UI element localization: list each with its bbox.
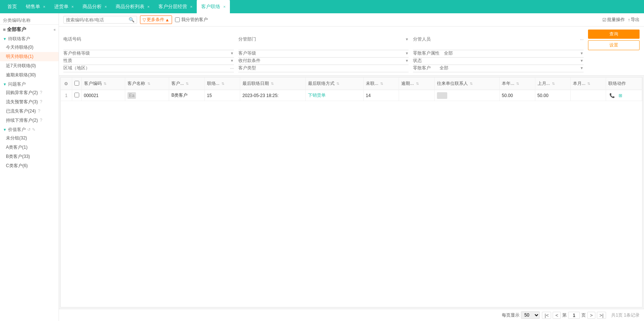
sort-icon[interactable]: ⇅: [336, 82, 339, 86]
triangle-icon: ▼: [3, 128, 7, 132]
sort-icon[interactable]: ⇅: [104, 82, 106, 86]
sort-icon[interactable]: ⇅: [221, 82, 224, 86]
row-type: B类客户: [169, 90, 204, 101]
filter-status: 状态 ▼: [413, 58, 584, 65]
close-icon[interactable]: ×: [105, 4, 107, 9]
sidebar-group-problem: ▼ 问题客户: [0, 80, 59, 88]
nav-tab-3[interactable]: 商品分析列表 ×: [111, 0, 154, 13]
my-customers-checkbox[interactable]: 我分管的客户: [175, 17, 208, 23]
filter-retail-attr: 零散客户属性 全部 ▼: [413, 50, 584, 58]
close-icon[interactable]: ×: [71, 4, 74, 9]
contact-method-link[interactable]: 下销货单: [308, 93, 326, 98]
next-page-button[interactable]: >: [587, 312, 595, 319]
page-input[interactable]: [568, 312, 580, 319]
sidebar-item-tomorrow-pending[interactable]: 明天待联络(1): [0, 52, 59, 61]
filter-phone: 电话号码: [63, 30, 234, 50]
phone-icon[interactable]: 📞: [609, 93, 615, 98]
row-no-contact: 14: [363, 90, 399, 101]
nav-tab-2[interactable]: 商品分析 ×: [78, 0, 111, 13]
filter-price-level: 客户价格等级 ▼: [63, 50, 234, 58]
sidebar-item-churned[interactable]: 已流失客户(24) ?: [0, 107, 59, 116]
sort-icon[interactable]: ⇅: [271, 82, 274, 86]
page-size-selector: 每页显示 50 100 200: [502, 311, 540, 319]
sidebar-item-ungrouped[interactable]: 未分组(32): [0, 134, 59, 143]
filter-row-4: 区域（地区） ··· 客户类型 零散客户 全部 ▼: [63, 65, 640, 72]
sidebar-item-repurchase-abnormal[interactable]: 回购异常客户(2) ?: [0, 88, 59, 97]
edit-icon[interactable]: ✎: [32, 127, 35, 132]
nav-tab-1[interactable]: 进货单 ×: [50, 0, 78, 13]
my-customers-check[interactable]: [175, 17, 180, 22]
row-company-contact: [434, 90, 499, 101]
sidebar-item-c-class[interactable]: C类客户(6): [0, 161, 59, 170]
help-icon[interactable]: ?: [40, 118, 42, 123]
filter-customer-level: 客户等级 ▼: [238, 50, 409, 58]
close-icon[interactable]: ×: [147, 4, 150, 9]
th-company-contact: 往来单位联系人 ⇅: [434, 77, 499, 90]
sidebar-item-churn-warning[interactable]: 流失预警客户(3) ?: [0, 97, 59, 107]
more-icon[interactable]: ···: [580, 37, 584, 42]
row-action: 📞 ⊞: [606, 90, 642, 101]
setting-button[interactable]: 设置: [588, 40, 640, 50]
th-checkbox: [72, 77, 81, 90]
sidebar-group-pending: ▼ 待联络客户: [0, 34, 59, 43]
sidebar-item-7days-pending[interactable]: 近7天待联络(0): [0, 61, 59, 70]
nav-home[interactable]: 首页: [3, 0, 21, 13]
first-page-button[interactable]: |<: [542, 312, 551, 319]
row-select-checkbox[interactable]: [74, 93, 79, 97]
nav-tab-0[interactable]: 销售单 ×: [21, 0, 50, 13]
th-last-contact-date: 最后联络日期 ⇅: [240, 77, 306, 90]
row-last-contact-method: 下销货单: [305, 90, 363, 101]
th-code: 客户编码 ⇅: [81, 77, 125, 90]
close-icon[interactable]: ×: [223, 4, 225, 9]
sidebar-item-b-class[interactable]: B类客户(33): [0, 152, 59, 161]
query-button[interactable]: 查询: [588, 30, 640, 39]
qr-icon[interactable]: ⊞: [619, 93, 622, 98]
sort-icon[interactable]: ⇅: [516, 82, 519, 86]
chevron-down-icon: ▼: [580, 59, 584, 63]
sort-icon[interactable]: ⇅: [416, 82, 419, 86]
filter-row-2: 客户价格等级 ▼ 客户等级 ▼ 零散客户属性 全部: [63, 50, 640, 58]
sidebar-item-a-class[interactable]: A类客户(1): [0, 143, 59, 152]
row-num: 1: [61, 90, 72, 101]
search-box: 🔍: [63, 16, 137, 24]
nav-tab-4[interactable]: 客户分层经营 ×: [154, 0, 197, 13]
sidebar-group-value: ▼ 价值客户 ↺ ✎: [0, 125, 59, 134]
close-icon[interactable]: ×: [190, 4, 192, 9]
search-icon[interactable]: 🔍: [129, 17, 134, 23]
close-icon[interactable]: ×: [43, 4, 45, 9]
sort-icon[interactable]: ⇅: [186, 82, 189, 86]
triangle-icon: ▼: [3, 82, 7, 86]
refresh-icon[interactable]: ↺: [27, 127, 31, 132]
th-settings[interactable]: ⚙: [61, 77, 72, 90]
row-last-contact-date: 2023-05-23 18:25:: [240, 90, 306, 101]
sort-icon[interactable]: ⇅: [380, 82, 383, 86]
sidebar-item-overdue-pending[interactable]: 逾期未联络(30): [0, 70, 59, 80]
more-conditions-button[interactable]: ▽ 更多条件 ▲: [140, 15, 172, 24]
sidebar-item-declining[interactable]: 持续下滑客户(2) ?: [0, 116, 59, 125]
gear-icon[interactable]: ⚙: [64, 81, 68, 86]
page-size-select[interactable]: 50 100 200: [521, 311, 540, 319]
th-last-month: 上月... ⇅: [535, 77, 570, 90]
sort-icon[interactable]: ⇅: [587, 82, 590, 86]
select-all-checkbox[interactable]: [74, 81, 79, 86]
export-button[interactable]: ↑ 导出: [628, 17, 640, 23]
sort-icon[interactable]: ⇅: [552, 82, 555, 86]
batch-op-button[interactable]: ☑ 批量操作: [602, 17, 625, 23]
sidebar-search-input[interactable]: [3, 18, 58, 23]
nav-tab-5[interactable]: 客户联络 ×: [197, 0, 230, 13]
help-icon[interactable]: ?: [38, 108, 41, 114]
sort-icon[interactable]: ⇅: [147, 82, 150, 86]
prev-page-button[interactable]: <: [553, 312, 561, 319]
th-this-month: 本月... ⇅: [571, 77, 606, 90]
more-icon[interactable]: ···: [230, 66, 234, 71]
last-page-button[interactable]: >|: [597, 312, 606, 319]
chevron-down-icon: ▼: [580, 66, 584, 70]
sort-icon[interactable]: ⇅: [470, 82, 473, 86]
help-icon[interactable]: ?: [40, 99, 42, 104]
th-action: 联络动作: [606, 77, 642, 90]
sidebar-item-today-pending[interactable]: 今天待联络(0): [0, 43, 59, 52]
help-icon[interactable]: ?: [40, 90, 42, 95]
chevron-down-icon: ▼: [580, 51, 584, 55]
search-input[interactable]: [66, 17, 129, 23]
sidebar-all-customers[interactable]: ≡ 全部客户 «: [0, 25, 59, 34]
